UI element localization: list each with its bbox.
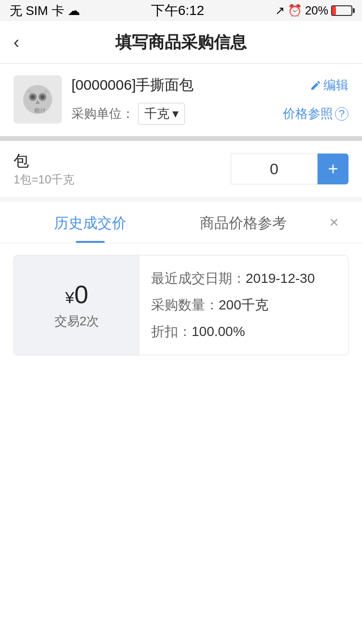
purchase-quantity-label: 采购数量： (151, 297, 219, 312)
price-cards-container: ¥0 交易2次 最近成交日期：2019-12-30 采购数量：200千克 折扣：… (0, 243, 362, 367)
bottom-area (0, 367, 362, 644)
product-name-row: [0000006]手撕面包 编辑 (71, 75, 348, 95)
price-ref-help-icon[interactable]: ? (335, 107, 348, 121)
status-time: 下午6:12 (151, 1, 205, 20)
purchase-quantity-row: 采购数量：200千克 (151, 295, 336, 314)
price-display: ¥0 (65, 280, 88, 309)
price-ref-button[interactable]: 价格参照 ? (283, 105, 348, 122)
signal-icon: ↗ (275, 4, 285, 17)
status-right: ↗ ⏰ 20% (275, 4, 352, 17)
tabs-header: 历史成交价 商品价格参考 × (0, 202, 362, 243)
price-amount: 0 (74, 280, 88, 308)
purchase-quantity-value: 200千克 (219, 297, 268, 312)
edit-button[interactable]: 编辑 (310, 77, 348, 94)
page-title: 填写商品采购信息 (115, 31, 247, 54)
quantity-conversion: 1包=10千克 (14, 172, 74, 187)
price-ref-label: 价格参照 (283, 105, 333, 122)
tabs-section: 历史成交价 商品价格参考 × ¥0 交易2次 最近成交日期：2019-12-30… (0, 202, 362, 367)
unit-value: 千克 (144, 105, 169, 122)
product-name: [0000006]手撕面包 (71, 75, 194, 95)
product-image: 粮计 (18, 80, 57, 119)
edit-icon (310, 80, 321, 91)
quantity-input[interactable] (231, 154, 318, 184)
purchase-unit-label: 采购单位： (71, 105, 134, 122)
currency-symbol: ¥ (65, 288, 74, 307)
quantity-plus-button[interactable]: + (318, 154, 348, 184)
recent-date-label: 最近成交日期： (151, 271, 246, 286)
sim-status: 无 SIM 卡 ☁ (10, 2, 80, 19)
svg-point-4 (41, 95, 44, 99)
price-card: ¥0 交易2次 最近成交日期：2019-12-30 采购数量：200千克 折扣：… (14, 255, 348, 355)
product-thumbnail: 粮计 (14, 75, 62, 124)
quantity-row: 包 1包=10千克 + (0, 141, 362, 197)
svg-point-3 (31, 95, 35, 99)
price-card-right: 最近成交日期：2019-12-30 采购数量：200千克 折扣：100.00% (139, 255, 348, 355)
quantity-control: + (231, 154, 348, 184)
dropdown-arrow: ▾ (172, 106, 179, 121)
price-trades: 交易2次 (55, 313, 99, 330)
discount-value: 100.00% (192, 324, 245, 339)
product-section: 粮计 [0000006]手撕面包 编辑 采购单位： 千克 (0, 64, 362, 136)
purchase-unit-row: 采购单位： 千克 ▾ 价格参照 ? (71, 103, 348, 125)
tab-history-price[interactable]: 历史成交价 (14, 202, 167, 243)
nav-bar: ‹ 填写商品采购信息 (0, 21, 362, 64)
discount-label: 折扣： (151, 324, 192, 339)
recent-date-row: 最近成交日期：2019-12-30 (151, 269, 336, 288)
price-card-left: ¥0 交易2次 (14, 255, 139, 355)
quantity-labels: 包 1包=10千克 (14, 151, 74, 187)
battery-percentage: 20% (305, 4, 328, 17)
product-info: [0000006]手撕面包 编辑 采购单位： 千克 ▾ 价 (71, 75, 348, 125)
product-logo-svg: 粮计 (21, 83, 55, 116)
unit-select[interactable]: 千克 ▾ (138, 103, 185, 125)
product-row: 粮计 [0000006]手撕面包 编辑 采购单位： 千克 (14, 75, 348, 125)
alarm-icon: ⏰ (288, 4, 302, 17)
status-left: 无 SIM 卡 ☁ (10, 2, 80, 19)
quantity-unit-label: 包 (14, 151, 74, 172)
tab-close-button[interactable]: × (320, 208, 348, 237)
battery-icon (331, 5, 352, 16)
recent-date-value: 2019-12-30 (246, 271, 315, 286)
status-bar: 无 SIM 卡 ☁ 下午6:12 ↗ ⏰ 20% (0, 0, 362, 21)
discount-row: 折扣：100.00% (151, 322, 336, 341)
section-divider (0, 136, 362, 141)
back-button[interactable]: ‹ (14, 32, 19, 53)
svg-text:粮计: 粮计 (34, 107, 46, 114)
tab-product-price-ref[interactable]: 商品价格参考 (167, 202, 320, 243)
